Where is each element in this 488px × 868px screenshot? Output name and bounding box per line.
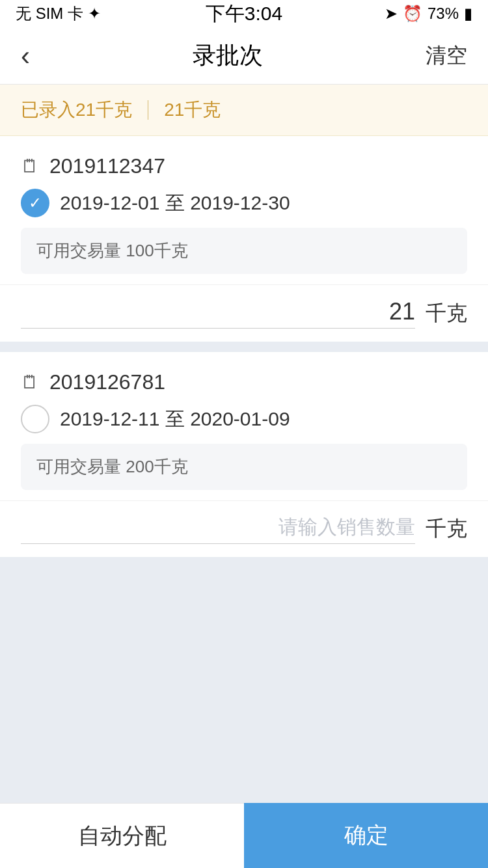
total-weight: 21千克 [164,98,221,122]
battery-label: 73% [427,5,459,23]
batch1-date-row[interactable]: ✓ 2019-12-01 至 2019-12-30 [0,189,488,228]
back-button[interactable]: ‹ [21,42,30,70]
batch1-unit: 千克 [426,299,467,328]
info-banner: 已录入21千克 21千克 [0,85,488,136]
batch2-id: 2019126781 [49,370,165,394]
batch1-id: 2019112347 [49,154,165,178]
batch2-input-placeholder: 请输入销售数量 [278,516,415,537]
sim-label: 无 SIM 卡 ✦ [16,3,101,24]
status-left: 无 SIM 卡 ✦ [16,3,101,24]
batch1-icon: 🗒 [21,156,39,177]
status-bar: 无 SIM 卡 ✦ 下午3:04 ➤ ⏰ 73% ▮ [0,0,488,27]
batch2-date: 2019-12-11 至 2020-01-09 [60,406,290,433]
batch1-radio[interactable]: ✓ [21,189,49,217]
batch1-date: 2019-12-01 至 2019-12-30 [60,190,290,217]
batch1-header: 🗒 2019112347 [0,136,488,189]
status-right: ➤ ⏰ 73% ▮ [385,5,472,23]
auto-distribute-button[interactable]: 自动分配 [0,803,244,868]
status-time: 下午3:04 [206,1,282,27]
batch1-avail: 可用交易量 100千克 [21,228,467,274]
page-title: 录批次 [193,40,263,72]
batch2-avail: 可用交易量 200千克 [21,444,467,490]
confirm-button[interactable]: 确定 [244,803,488,868]
batch2-unit: 千克 [426,515,467,543]
batch1-quantity-row: 21 千克 [0,284,488,342]
batch1-quantity-value: 21 [389,298,415,325]
section-separator-1 [0,342,488,352]
batch2-date-row[interactable]: 2019-12-11 至 2020-01-09 [0,405,488,444]
bottom-space [0,557,488,817]
check-icon: ✓ [29,194,42,212]
batch2-input-row: 请输入销售数量 千克 [0,500,488,557]
clear-button[interactable]: 清空 [426,42,467,70]
batch2-header: 🗒 2019126781 [0,352,488,405]
recorded-info: 已录入21千克 [21,98,132,122]
bottom-bar: 自动分配 确定 [0,803,488,868]
nav-bar: ‹ 录批次 清空 [0,27,488,85]
location-icon: ➤ [385,5,398,23]
content-wrapper: 已录入21千克 21千克 🗒 2019112347 ✓ 2019-12-01 至… [0,85,488,868]
info-divider [148,100,148,120]
batch2-input-container[interactable]: 请输入销售数量 [21,514,415,544]
batch2-radio[interactable] [21,405,49,433]
battery-icon: ▮ [464,5,472,23]
batch-card-1: 🗒 2019112347 ✓ 2019-12-01 至 2019-12-30 可… [0,136,488,342]
alarm-icon: ⏰ [403,5,422,23]
batch-card-2: 🗒 2019126781 2019-12-11 至 2020-01-09 可用交… [0,352,488,557]
batch2-icon: 🗒 [21,372,39,393]
batch1-quantity-container: 21 [21,298,415,329]
